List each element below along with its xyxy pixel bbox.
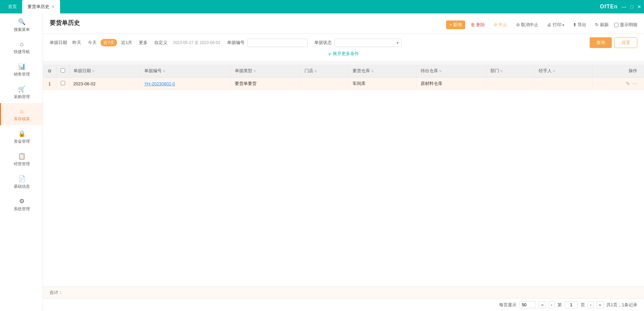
row-op-edit-icon[interactable]: ✎ [626,81,630,86]
sidebar-item-sales[interactable]: 📊 销售管理 [0,58,43,81]
filter-status-select-wrapper [334,39,401,47]
sort-reqwh-icon[interactable]: ⇅ [371,69,374,73]
page-last-button[interactable]: » [596,301,603,308]
select-all-checkbox[interactable] [61,68,65,73]
filter-status-group: 单据状态 [314,39,401,47]
sidebar-item-purchase[interactable]: 🛒 采购管理 [0,81,43,103]
th-doc-no: 单据编号⇅ [140,64,230,78]
filter-doc-no-group: 单据编号 [227,39,308,47]
date-btn-more[interactable]: 更多 [136,39,150,46]
sidebar-item-operations-label: 经营管理 [14,161,30,167]
date-range-display: 2023-05-27 至 2023-06-02 [173,40,220,46]
window-close[interactable]: ✕ [637,4,641,9]
pagination: 每页显示 10 20 50 100 « ‹ 第 页 › » 共1页，1条记录 [43,298,644,311]
print-label: 🖨 打印 [547,22,561,28]
date-btn-custom[interactable]: 自定义 [152,39,170,46]
window-maximize[interactable]: □ [631,4,633,9]
export-button[interactable]: ⬆ 导出 [570,20,590,29]
content-area: 要货单历史 + 新增 🗑 删除 ⊘ 中止 ⊘ 取消中止 🖨 打印 ▾ ⬆ 导出 … [43,13,644,311]
row-checkbox[interactable] [61,81,65,85]
sidebar-item-finance[interactable]: 🔒 资金管理 [0,125,43,148]
sidebar-item-basic[interactable]: 📄 基础信息 [0,170,43,193]
filter-right-buttons: 查询 设置 [590,37,637,48]
sidebar-item-basic-label: 基础信息 [14,184,30,189]
sort-docno-icon[interactable]: ⇅ [163,69,165,73]
sidebar-item-operations[interactable]: 📋 经营管理 [0,148,43,170]
sidebar-item-purchase-label: 采购管理 [14,94,30,100]
show-detail-checkbox[interactable] [614,23,619,27]
expand-more-area: ∨ 展开更多条件 [50,48,637,58]
th-settings[interactable]: ⚙ [43,64,56,78]
row-store [300,78,348,90]
show-detail-toggle[interactable]: 显示明细 [614,22,637,28]
delete-button[interactable]: 🗑 删除 [467,20,488,29]
sort-doctype-icon[interactable]: ⇅ [253,69,256,73]
date-btn-1month[interactable]: 近1月 [118,39,135,46]
main-layout: 🔍 搜索菜单 ⌂ 快捷导航 📊 销售管理 🛒 采购管理 ⌂ 库存核算 🔒 资金管… [0,13,644,311]
expand-more-button[interactable]: ∨ 展开更多条件 [325,50,362,57]
date-btn-7days[interactable]: 近7天 [101,39,117,46]
total-info: 共1页，1条记录 [606,302,637,308]
window-minimize[interactable]: — [622,4,627,9]
sort-handler-icon[interactable]: ⇅ [553,69,555,73]
filter-status-label: 单据状态 [314,40,332,46]
sort-store-icon[interactable]: ⇅ [314,69,317,73]
sidebar-item-search[interactable]: 🔍 搜索菜单 [0,13,43,36]
sidebar-item-system[interactable]: ⚙ 系统管理 [0,193,43,215]
sort-dept-icon[interactable]: ⇅ [500,69,503,73]
refresh-button[interactable]: ↻ 刷新 [592,20,612,29]
tab-history[interactable]: 要货单历史 ✕ [22,0,60,13]
filter-date-group: 单据日期 昨天 今天 近7天 近1月 更多 自定义 2023-05-27 至 2… [50,39,220,46]
filter-row: 单据日期 昨天 今天 近7天 近1月 更多 自定义 2023-05-27 至 2… [50,37,637,48]
page-title: 要货单历史 [50,19,80,27]
sales-icon: 📊 [18,63,25,70]
purchase-icon: 🛒 [18,85,25,93]
summary-label: 合计： [50,290,63,296]
per-page-select[interactable]: 10 20 50 100 [519,301,536,308]
sidebar-item-inventory-label: 库存核算 [14,116,30,122]
stop-button[interactable]: ⊘ 中止 [490,20,511,29]
tab-history-close[interactable]: ✕ [51,4,55,9]
filter-doc-no-input[interactable] [247,39,308,47]
brand-label: OfTEn [600,4,618,10]
inventory-icon: ⌂ [20,108,24,115]
data-table: ⚙ 单据日期⇅ 单据编号⇅ 单据类型⇅ [43,64,644,90]
date-btn-yesterday[interactable]: 昨天 [70,39,84,46]
expand-more-label: 展开更多条件 [333,51,359,57]
cancel-stop-button[interactable]: ⊘ 取消中止 [513,20,542,29]
sidebar-item-shortcut[interactable]: ⌂ 快捷导航 [0,36,43,58]
row-num: 1 [43,78,56,90]
filter-status-select[interactable] [334,39,401,47]
page-first-button[interactable]: « [539,301,546,308]
table-container: ⚙ 单据日期⇅ 单据编号⇅ 单据类型⇅ [43,64,644,286]
sort-pendwh-icon[interactable]: ⇅ [439,69,442,73]
operations-icon: 📋 [18,152,25,160]
print-button[interactable]: 🖨 打印 ▾ [544,20,568,29]
date-btns: 昨天 今天 近7天 近1月 更多 自定义 [70,39,170,46]
top-bar-right: OfTEn — □ ✕ [600,4,641,10]
print-dropdown-icon[interactable]: ▾ [562,23,564,27]
settings-icon[interactable]: ⚙ [48,69,52,74]
tab-home[interactable]: 首页 [3,0,22,13]
sidebar-item-search-label: 搜索菜单 [14,27,30,33]
date-btn-today[interactable]: 今天 [85,39,99,46]
filter-settings-button[interactable]: 设置 [614,37,637,48]
sidebar-item-inventory[interactable]: ⌂ 库存核算 [0,103,43,125]
new-button[interactable]: + 新增 [446,20,465,29]
row-handler [534,78,592,90]
expand-down-icon: ∨ [328,51,331,56]
th-store: 门店⇅ [300,64,348,78]
search-icon: 🔍 [18,18,25,26]
th-req-warehouse: 要货仓库⇅ [348,64,416,78]
page-prev-button[interactable]: ‹ [549,301,555,308]
sort-date-icon[interactable]: ⇅ [92,69,95,73]
query-button[interactable]: 查询 [590,37,612,48]
row-checkbox-cell [56,78,69,90]
row-op-more-icon[interactable]: ⋯ [633,81,637,86]
sidebar-item-system-label: 系统管理 [14,206,30,212]
page-number-input[interactable] [565,301,578,308]
row-doc-no-link[interactable]: YH-20230602-0 [144,81,175,86]
page-next-button[interactable]: › [588,301,594,308]
finance-icon: 🔒 [18,130,25,137]
row-pending-warehouse: 原材料仓库 [417,78,486,90]
